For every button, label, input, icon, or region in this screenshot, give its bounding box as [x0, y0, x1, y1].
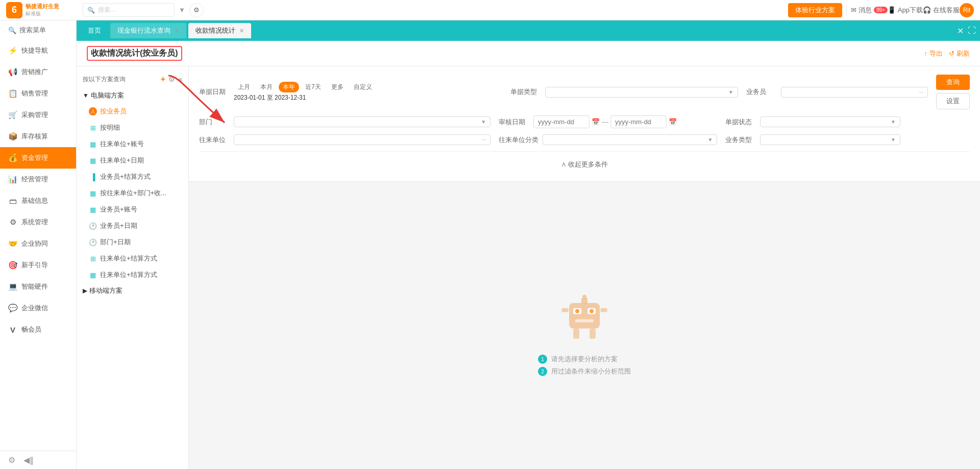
sidebar-item-member[interactable]: V 畅会员	[0, 319, 76, 340]
nav-dropdown-icon[interactable]: ▼	[179, 6, 185, 14]
app-download-label: App下载	[898, 6, 923, 15]
sidebar-item-marketing[interactable]: 📢 营销推广	[0, 61, 76, 83]
divider	[846, 5, 847, 15]
date-tab-this-month[interactable]: 本月	[256, 82, 277, 92]
doc-type-select[interactable]: ▼	[545, 87, 738, 98]
sidebar-item-quick-nav[interactable]: ⚡ 快捷导航	[0, 40, 76, 61]
tab-collection-stats[interactable]: 收款情况统计 ✕	[188, 23, 251, 38]
sidebar-item-guide[interactable]: 🎯 新手引导	[0, 254, 76, 276]
settings-icon[interactable]: ⚙	[189, 3, 204, 17]
messages-action[interactable]: ✉ 消息 99+	[851, 6, 888, 15]
sidebar-item-inventory[interactable]: 📦 库存核算	[0, 126, 76, 147]
sidebar-item-enterprise[interactable]: 🤝 企业协同	[0, 233, 76, 254]
trial-button[interactable]: 体验行业方案	[788, 3, 842, 17]
scheme-item-counterparty-date[interactable]: ▦ 往来单位+日期	[77, 152, 188, 169]
user-avatar[interactable]: Rit	[960, 3, 974, 17]
counterparty-select[interactable]: ···	[234, 134, 491, 145]
scheme-item-counterparty-settlement2[interactable]: ▦ 往来单位+结算方式	[77, 267, 188, 283]
page-header: 收款情况统计(按业务员) ↑ 导出 ↺ 刷新	[77, 41, 980, 66]
doc-status-select[interactable]: ▼	[760, 116, 900, 127]
sidebar-item-system[interactable]: ⚙ 系统管理	[0, 212, 76, 233]
tab-bank-flow[interactable]: 现金银行流水查询 ✕	[110, 23, 186, 38]
biz-type-select[interactable]: ▼	[760, 134, 900, 145]
user-name: Rit	[963, 7, 971, 14]
scheme-group-pc: ▼ 电脑端方案 人 按业务员 ⊞ 按明细	[77, 88, 188, 283]
sidebar-settings-icon[interactable]: ⚙	[8, 455, 15, 465]
tab-expand-btn[interactable]: ⛶	[968, 26, 976, 36]
scheme-item-icon: ⊞	[89, 124, 97, 132]
tab-close-btn[interactable]: ✕	[957, 26, 964, 36]
scheme-item-counterparty-account[interactable]: ▦ 往来单位+账号	[77, 136, 188, 152]
tab-bank-flow-label: 现金银行流水查询	[117, 26, 170, 35]
sidebar-collapse-icon[interactable]: ◀‖	[23, 455, 34, 465]
sidebar-item-label: 快捷导航	[21, 46, 48, 55]
svg-rect-8	[561, 308, 569, 312]
scheme-group-pc-header[interactable]: ▼ 电脑端方案	[77, 88, 188, 103]
refresh-icon: ↺	[949, 50, 954, 57]
tip-item-1: 1 请先选择要分析的方案	[538, 355, 631, 364]
scheme-item-salesperson-date[interactable]: 🕐 业务员+日期	[77, 218, 188, 234]
tab-collection-stats-close[interactable]: ✕	[239, 28, 244, 34]
review-date-start[interactable]	[533, 115, 590, 128]
query-button[interactable]: 查询	[936, 75, 970, 90]
right-content: 单据日期 上月 本月 本年 近7天 更多 自定义	[189, 66, 980, 469]
scheme-group-mobile-header[interactable]: ▶ 移动端方案	[77, 283, 188, 298]
scheme-item-icon: ▐	[89, 173, 97, 181]
scheme-item-counterparty-settlement1[interactable]: ⊞ 往来单位+结算方式	[77, 250, 188, 267]
svg-rect-0	[569, 303, 600, 329]
date-label: 单据日期	[199, 87, 230, 97]
scheme-item-salesperson-account[interactable]: ▦ 业务员+账号	[77, 201, 188, 218]
dept-select[interactable]: ▼	[234, 116, 491, 127]
scheme-settings-button[interactable]: ⚙	[168, 75, 175, 84]
logo-icon: 6	[6, 2, 22, 18]
sidebar-item-sales[interactable]: 📋 销售管理	[0, 83, 76, 104]
tab-actions: ✕ ⛶	[957, 26, 976, 36]
calendar-icon-2: 📅	[669, 118, 677, 126]
sidebar-item-finance[interactable]: 💰 资金管理	[0, 147, 76, 169]
counterparty-type-select[interactable]: ▼	[543, 134, 717, 145]
date-range-display: 2023-01-01 至 2023-12-31	[234, 93, 306, 102]
scheme-item-label: 往来单位+日期	[100, 156, 144, 165]
scheme-item-by-detail[interactable]: ⊞ 按明细	[77, 120, 188, 136]
filter-dept: 部门 ▼	[199, 116, 491, 127]
scheme-add-button[interactable]: +	[161, 75, 165, 84]
messages-badge: 99+	[874, 7, 888, 13]
app-download-action[interactable]: 📱 App下载	[888, 6, 923, 15]
export-button[interactable]: ↑ 导出	[924, 49, 943, 58]
tab-home[interactable]: 首页	[81, 23, 108, 38]
scheme-item-by-counterparty-dept[interactable]: ▦ 按往来单位+部门+收...	[77, 185, 188, 201]
date-tab-more[interactable]: 更多	[327, 82, 348, 92]
refresh-button[interactable]: ↺ 刷新	[949, 49, 970, 58]
review-date-end[interactable]	[610, 115, 667, 128]
date-tab-7days[interactable]: 近7天	[301, 82, 325, 92]
tab-bank-flow-close[interactable]: ✕	[175, 28, 179, 34]
scheme-collapse-button[interactable]: «	[178, 75, 182, 84]
scheme-item-icon: ▦	[89, 271, 97, 279]
tip-num-2: 2	[538, 367, 547, 376]
date-tab-last-month[interactable]: 上月	[234, 82, 254, 92]
sidebar-search[interactable]: 🔍 搜索菜单	[0, 20, 76, 40]
empty-state: 1 请先选择要分析的方案 2 用过滤条件来缩小分析范围	[189, 182, 979, 468]
settings-button[interactable]: 设置	[936, 93, 970, 109]
sidebar-item-smart-hw[interactable]: 💻 智能硬件	[0, 276, 76, 297]
collapse-button[interactable]: ∧ 收起更多条件	[199, 156, 970, 173]
sidebar-item-label: 库存核算	[21, 132, 48, 141]
scheme-item-icon: 🕐	[89, 238, 97, 246]
date-tab-custom[interactable]: 自定义	[350, 82, 376, 92]
nav-search[interactable]: 🔍搜索...	[83, 3, 175, 17]
sidebar-item-purchase[interactable]: 🛒 采购管理	[0, 104, 76, 126]
salesperson-select[interactable]: ···	[781, 87, 928, 98]
sidebar-item-operations[interactable]: 📊 经营管理	[0, 169, 76, 190]
scheme-item-dept-date[interactable]: 🕐 部门+日期	[77, 234, 188, 250]
online-service-action[interactable]: 🎧 在线客服	[923, 6, 960, 15]
page-header-actions: ↑ 导出 ↺ 刷新	[924, 49, 970, 58]
sidebar-item-label: 销售管理	[21, 89, 48, 98]
search-icon: 🔍	[8, 27, 16, 34]
date-tab-this-year[interactable]: 本年	[279, 82, 299, 92]
filter-counterparty-type: 往来单位分类 ▼	[499, 134, 717, 145]
sidebar-item-wechat[interactable]: 💬 企业微信	[0, 297, 76, 319]
scheme-item-by-salesperson[interactable]: 人 按业务员	[77, 103, 188, 120]
sidebar-item-basic-info[interactable]: 🗃 基础信息	[0, 190, 76, 212]
scheme-item-salesperson-settlement[interactable]: ▐ 业务员+结算方式	[77, 169, 188, 185]
scheme-item-icon: 人	[89, 107, 97, 115]
